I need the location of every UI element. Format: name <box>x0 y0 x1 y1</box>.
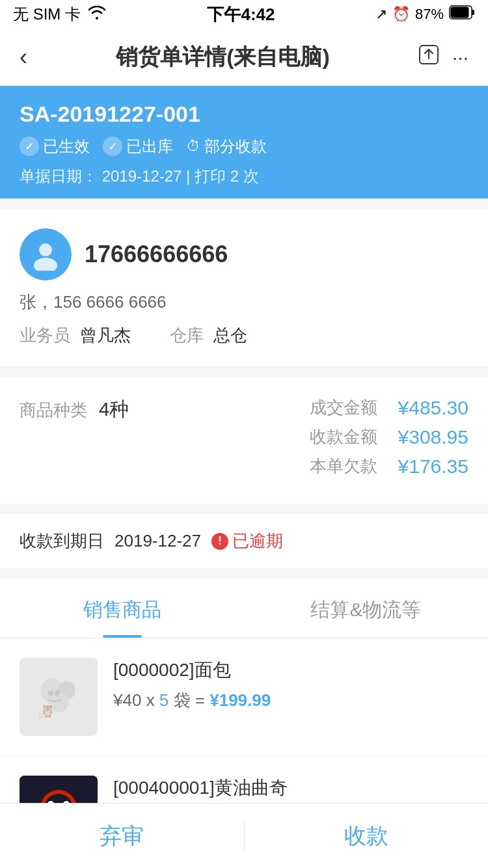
alarm-icon: ⏰ <box>392 6 410 23</box>
customer-phone: 17666666666 <box>85 241 228 268</box>
product-thumbnail-1: 🦉 量+ <box>20 658 98 736</box>
order-badges: ✓ 已生效 ✓ 已出库 ⏱ 部分收款 <box>20 136 468 157</box>
product-type-info: 商品种类 4种 <box>20 396 129 423</box>
nav-actions: ··· <box>418 44 468 70</box>
badge-partial-payment: ⏱ 部分收款 <box>186 136 267 157</box>
svg-point-10 <box>48 690 53 696</box>
customer-meta: 业务员 曾凡杰 仓库 总仓 <box>20 324 468 347</box>
product-name-1: [0000002]面包 <box>113 658 468 683</box>
overdue-icon: ! <box>211 533 228 550</box>
svg-point-11 <box>55 690 60 696</box>
payment-due-section: 收款到期日 2019-12-27 ! 已逾期 <box>0 514 488 568</box>
collection-row: 收款金额 ¥308.95 <box>310 426 468 448</box>
more-icon[interactable]: ··· <box>452 46 468 68</box>
status-time: 下午4:42 <box>207 3 275 26</box>
amount-info: 成交金额 ¥485.30 收款金额 ¥308.95 本单欠款 ¥176.35 <box>310 396 468 484</box>
transaction-row: 成交金额 ¥485.30 <box>310 396 468 419</box>
product-name-2: [000400001]黄油曲奇 <box>113 776 468 800</box>
battery-text: 87% <box>415 6 444 23</box>
overdue-text: 已逾期 <box>232 530 283 552</box>
confirm-button[interactable]: 收款 <box>245 808 489 864</box>
table-row: 🦉 量+ [0000002]面包 ¥40 x 5 袋 = ¥199.99 <box>0 638 488 756</box>
svg-point-4 <box>39 243 52 256</box>
product-info-1: [0000002]面包 ¥40 x 5 袋 = ¥199.99 <box>113 658 468 712</box>
product-qty-1: 5 <box>159 690 169 710</box>
back-button[interactable]: ‹ <box>20 44 27 71</box>
customer-section: 17666666666 张，156 6666 6666 业务员 曾凡杰 仓库 总… <box>0 209 488 366</box>
transaction-label: 成交金额 <box>310 396 377 419</box>
tab-sales[interactable]: 销售商品 <box>0 578 244 638</box>
salesperson-label: 业务员 <box>20 325 70 345</box>
debt-value: ¥176.35 <box>390 455 468 478</box>
battery-icon <box>449 5 475 23</box>
badge-shipped: ✓ 已出库 <box>103 136 173 157</box>
svg-text:量+: 量+ <box>38 712 48 719</box>
carrier-text: 无 SIM 卡 <box>13 4 81 25</box>
collection-label: 收款金额 <box>310 426 377 448</box>
summary-section: 商品种类 4种 成交金额 ¥485.30 收款金额 ¥308.95 本单欠款 ¥… <box>0 377 488 504</box>
check-icon-2: ✓ <box>103 137 122 156</box>
salesperson-value: 曾凡杰 <box>80 325 131 345</box>
warehouse-info: 仓库 总仓 <box>170 324 247 347</box>
customer-avatar <box>20 228 72 280</box>
badge-effective: ✓ 已生效 <box>20 136 90 157</box>
product-total-1: ¥199.99 <box>210 690 271 710</box>
bottom-bar: 弃审 收款 <box>0 803 488 868</box>
salesperson-info: 业务员 曾凡杰 <box>20 324 131 347</box>
tabs-container: 销售商品 结算&物流等 <box>0 578 488 638</box>
overdue-badge: ! 已逾期 <box>211 530 283 552</box>
payment-due-label: 收款到期日 <box>20 530 104 552</box>
debt-label: 本单欠款 <box>310 455 377 478</box>
location-icon: ↗ <box>375 6 387 23</box>
status-left: 无 SIM 卡 <box>13 4 107 25</box>
warehouse-value: 总仓 <box>213 325 247 345</box>
cancel-button[interactable]: 弃审 <box>0 808 244 864</box>
product-price-1: ¥40 x 5 袋 = ¥199.99 <box>113 689 468 712</box>
order-header: SA-20191227-001 ✓ 已生效 ✓ 已出库 ⏱ 部分收款 单据日期：… <box>0 86 488 198</box>
svg-rect-2 <box>450 7 468 18</box>
wifi-icon <box>87 5 107 23</box>
warehouse-label: 仓库 <box>170 325 204 345</box>
transaction-value: ¥485.30 <box>390 397 468 419</box>
collection-value: ¥308.95 <box>390 426 468 448</box>
customer-name-phone: 张，156 6666 6666 <box>20 291 468 314</box>
order-meta: 单据日期： 2019-12-27 | 打印 2 次 <box>20 166 468 187</box>
status-right: ↗ ⏰ 87% <box>375 5 475 23</box>
nav-bar: ‹ 销货单详情(来自电脑) ··· <box>0 29 488 86</box>
order-id: SA-20191227-001 <box>20 102 468 127</box>
page-title: 销货单详情(来自电脑) <box>116 42 330 72</box>
payment-due-date: 2019-12-27 <box>115 531 201 551</box>
share-icon[interactable] <box>418 44 439 70</box>
product-type-value: 4种 <box>99 398 129 420</box>
clock-icon: ⏱ <box>186 138 200 155</box>
status-bar: 无 SIM 卡 下午4:42 ↗ ⏰ 87% <box>0 0 488 29</box>
debt-row: 本单欠款 ¥176.35 <box>310 455 468 478</box>
svg-rect-1 <box>472 10 474 15</box>
tab-settlement[interactable]: 结算&物流等 <box>244 578 488 638</box>
svg-point-5 <box>34 258 57 271</box>
product-type-label: 商品种类 <box>20 400 87 420</box>
customer-row: 17666666666 <box>20 228 468 280</box>
check-icon-1: ✓ <box>20 137 39 156</box>
